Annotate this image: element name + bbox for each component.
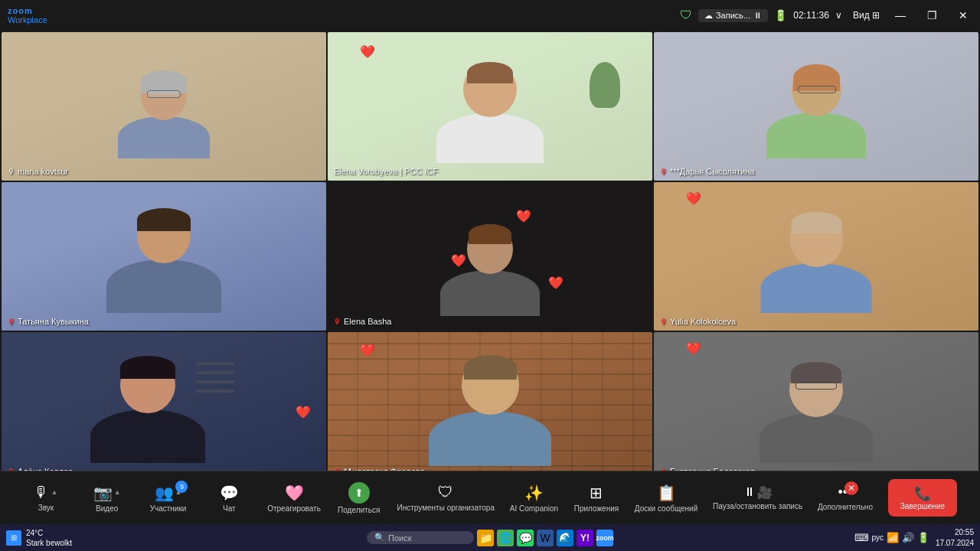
share-icon-wrap: ⬆: [348, 482, 370, 504]
sys-icons: ⌨ рус 📶 🔊 🔋: [854, 532, 929, 543]
taskbar-icon-file[interactable]: 📁: [477, 530, 494, 546]
battery-icon: 🔋: [774, 9, 787, 21]
video-cell-5: ❤️ ❤️ ❤️ 🎙 Elena Basha: [328, 182, 652, 331]
video-cell-6: ❤️ 🎙 Yulia Kolokolceva: [654, 182, 978, 331]
name-tag-2: Elena Vorobyeva | PCC ICF: [334, 167, 438, 176]
mic-icon-5: 🎙: [334, 318, 341, 326]
taskbar-right: ⌨ рус 📶 🔊 🔋 20:55 17.07.2024: [854, 527, 974, 549]
video-cell-1: 🎙 maria kovtsur: [2, 32, 326, 181]
more-badge: ✕: [844, 481, 858, 495]
mic-icon-6: 🎙: [660, 318, 668, 326]
more-tool[interactable]: ••• ✕ Дополнительно: [818, 484, 873, 511]
search-placeholder: Поиск: [388, 533, 411, 543]
taskbar-icon-whatsapp[interactable]: 💬: [517, 530, 534, 546]
name-tag-4: 🎙 Татьяна Кувыкина: [8, 317, 89, 326]
zoom-taskbar-label: zoom: [596, 534, 614, 542]
participants-label: Участники: [150, 504, 187, 513]
weather-widget: 24°C Stark bewolkt: [26, 528, 72, 548]
camera-icon: 🎥: [757, 485, 773, 500]
battery-taskbar-icon: 🔋: [917, 532, 929, 543]
react-tool[interactable]: 🩷 Отреагировать: [267, 484, 321, 513]
temperature: 24°C: [26, 528, 72, 538]
whiteboard-label: Доски сообщений: [635, 504, 698, 513]
taskbar-icon-yahoo[interactable]: Y!: [577, 530, 593, 546]
app-sub: Workplace: [8, 15, 47, 24]
end-label: Завершение: [900, 502, 945, 510]
shield-icon: 🛡: [680, 8, 692, 22]
chat-tool[interactable]: 💬 Чат: [206, 484, 252, 513]
time-display: 20:55: [936, 527, 974, 538]
heart-5-1: ❤️: [516, 209, 531, 223]
audio-arrow: ▲: [51, 488, 57, 496]
video-cell-4: 🎙 Татьяна Кувыкина: [2, 182, 326, 331]
whiteboard-tool[interactable]: 📋 Доски сообщений: [635, 484, 698, 513]
audio-icon: 🎙: [34, 484, 49, 501]
taskbar-icon-edge[interactable]: 🌊: [557, 530, 573, 546]
whiteboard-icon: 📋: [657, 484, 676, 502]
title-bar: zoom Workplace 🛡 ☁ Запись... ⏸ 🔋 02:11:3…: [0, 0, 980, 31]
apps-tool[interactable]: ⊞ Приложения: [573, 484, 619, 513]
timer: 02:11:36: [793, 10, 829, 21]
taskbar-left: ⊞ 24°C Stark bewolkt: [6, 528, 72, 548]
pause-icon: ⏸: [743, 485, 756, 500]
audio-tool[interactable]: 🎙 ▲ Звук: [23, 484, 69, 512]
video-cell-2: ❤️ Elena Vorobyeva | PCC ICF: [328, 32, 652, 181]
edge-icon: 🌊: [559, 532, 572, 544]
mic-icon-1: 🎙: [8, 168, 15, 176]
ai-tool[interactable]: ✨ AI Companion: [510, 484, 558, 513]
view-label[interactable]: Вид ⊞: [853, 10, 880, 21]
date-display: 17.07.2024: [936, 538, 974, 549]
video-grid: 🎙 maria kovtsur ❤️ Elena Vorobyeva | PCC…: [0, 31, 980, 482]
restore-button[interactable]: ❐: [923, 8, 942, 23]
weather-desc: Stark bewolkt: [26, 538, 72, 548]
react-icon: 🩷: [285, 484, 304, 502]
taskbar-icon-word[interactable]: W: [537, 530, 554, 546]
mic-icon-3: 🎙: [660, 168, 668, 176]
taskbar-icon-zoom[interactable]: zoom: [596, 530, 613, 546]
clock: 20:55 17.07.2024: [936, 527, 974, 549]
end-button[interactable]: 📞 Завершение: [888, 479, 957, 517]
video-arrow: ▲: [114, 488, 121, 496]
record-icon-wrap: ⏸ 🎥: [743, 485, 773, 500]
speaker-icon: 🔊: [902, 532, 914, 543]
video-cell-3: 🎙 ***Дарья Сысолятина: [654, 32, 978, 181]
share-label: Поделиться: [338, 506, 380, 514]
toolbar: 🎙 ▲ Звук 📷 ▲ Видео 👥 9 ▲ Участники 💬 Чат…: [0, 471, 980, 524]
record-status[interactable]: ☁ Запись... ⏸: [698, 9, 768, 22]
audio-label: Звук: [38, 504, 54, 512]
name-tag-6: 🎙 Yulia Kolokolceva: [660, 317, 736, 326]
video-tool[interactable]: 📷 ▲ Видео: [84, 484, 130, 513]
lang-label: рус: [872, 533, 884, 542]
whatsapp-icon: 💬: [519, 532, 532, 544]
heart-8-1: ❤️: [360, 343, 375, 357]
record-tool[interactable]: ⏸ 🎥 Пауза/остановить запись: [713, 485, 802, 510]
title-bar-right: 🛡 ☁ Запись... ⏸ 🔋 02:11:36 ∨ Вид ⊞ — ❐ ✕: [680, 8, 972, 23]
heart-2-1: ❤️: [360, 44, 375, 59]
apps-label: Приложения: [574, 504, 619, 513]
close-button[interactable]: ✕: [954, 8, 972, 23]
minimize-button[interactable]: —: [890, 8, 910, 23]
app-name: zoom: [8, 6, 47, 15]
more-badge-icon: ✕: [848, 483, 855, 494]
share-icon: ⬆: [354, 487, 364, 499]
participants-icon: 👥: [155, 484, 174, 502]
search-bar[interactable]: 🔍 Поиск: [367, 531, 474, 544]
security-tool[interactable]: 🛡 Инструменты организатора: [397, 484, 495, 512]
more-label: Дополнительно: [818, 503, 873, 511]
yahoo-label: Y!: [580, 533, 590, 543]
record-icons: ⏸ 🎥: [743, 485, 773, 500]
chat-label: Чат: [223, 504, 236, 513]
participants-tool[interactable]: 👥 9 ▲ Участники: [145, 484, 191, 513]
word-icon: W: [540, 532, 550, 544]
ai-icon: ✨: [524, 484, 544, 502]
start-button[interactable]: ⊞: [6, 530, 21, 546]
taskbar-center: 🔍 Поиск 📁 🌐 💬 W 🌊 Y! zoom: [367, 530, 613, 546]
taskbar-icon-chrome[interactable]: 🌐: [497, 530, 514, 546]
security-label: Инструменты организатора: [397, 504, 495, 512]
ai-label: AI Companion: [510, 504, 558, 513]
share-tool[interactable]: ⬆ Поделиться: [336, 482, 382, 514]
chat-icon: 💬: [220, 484, 239, 502]
record-label: Пауза/остановить запись: [713, 502, 802, 510]
react-label: Отреагировать: [267, 504, 321, 513]
window-controls: — ❐ ✕: [890, 8, 972, 23]
